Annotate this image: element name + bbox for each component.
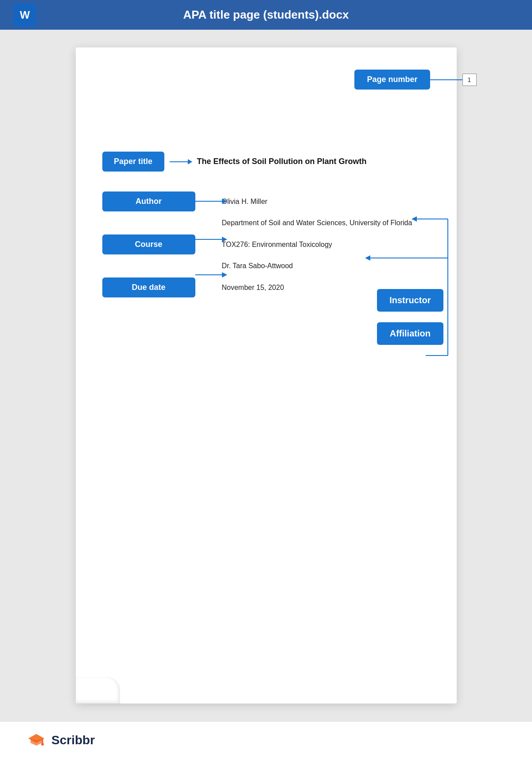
header-title: APA title page (students).docx xyxy=(183,8,349,22)
author-text: Olivia H. Miller xyxy=(222,196,268,207)
details-container: Author Olivia H. Miller Department of So… xyxy=(102,191,430,301)
affiliation-text: Department of Soil and Water Sciences, U… xyxy=(222,217,412,228)
due-date-text: November 15, 2020 xyxy=(222,282,284,293)
author-row: Author Olivia H. Miller xyxy=(102,191,430,211)
word-icon: W xyxy=(13,4,36,27)
document-curl xyxy=(76,677,120,703)
affiliation-content: Department of Soil and Water Sciences, U… xyxy=(195,219,430,227)
author-badge: Author xyxy=(102,191,195,211)
content-section: Paper title The Effects of Soil Pollutio… xyxy=(102,152,430,301)
page-number-badge: Page number xyxy=(354,70,430,90)
page-number-box: 1 xyxy=(462,74,477,86)
paper-title-arrow xyxy=(170,161,192,162)
author-content: Olivia H. Miller xyxy=(195,198,430,206)
instructor-text: Dr. Tara Sabo-Attwood xyxy=(222,260,293,271)
paper-title-text: The Effects of Soil Pollution on Plant G… xyxy=(197,157,367,166)
course-badge: Course xyxy=(102,234,195,254)
page-number-area: Page number 1 xyxy=(102,70,430,90)
instructor-badge: Instructor xyxy=(377,289,443,312)
course-text: TOX276: Environmental Toxicology xyxy=(222,239,332,250)
footer-bar: Scribbr xyxy=(0,721,532,758)
svg-point-18 xyxy=(41,743,44,746)
right-badges-group: Instructor Affiliation xyxy=(377,289,443,345)
affiliation-row: Department of Soil and Water Sciences, U… xyxy=(102,215,430,231)
course-label-col: Course xyxy=(102,234,195,254)
course-row: Course TOX276: Environmental Toxicology xyxy=(102,234,430,254)
due-date-label-col: Due date xyxy=(102,277,195,297)
paper-title-badge: Paper title xyxy=(102,152,164,172)
instructor-row: Dr. Tara Sabo-Attwood xyxy=(102,258,430,274)
author-label-col: Author xyxy=(102,191,195,211)
instructor-content: Dr. Tara Sabo-Attwood xyxy=(195,262,430,270)
paper-title-row: Paper title The Effects of Soil Pollutio… xyxy=(102,152,430,172)
due-date-badge: Due date xyxy=(102,277,195,297)
affiliation-badge: Affiliation xyxy=(377,322,443,345)
scribbr-logo-text: Scribbr xyxy=(51,733,95,747)
course-content: TOX276: Environmental Toxicology xyxy=(195,241,430,249)
scribbr-logo-icon xyxy=(27,731,46,750)
header-bar: W APA title page (students).docx xyxy=(0,0,532,30)
document: Page number 1 Paper title The Effects of… xyxy=(76,47,457,703)
main-content: Page number 1 Paper title The Effects of… xyxy=(0,30,532,721)
